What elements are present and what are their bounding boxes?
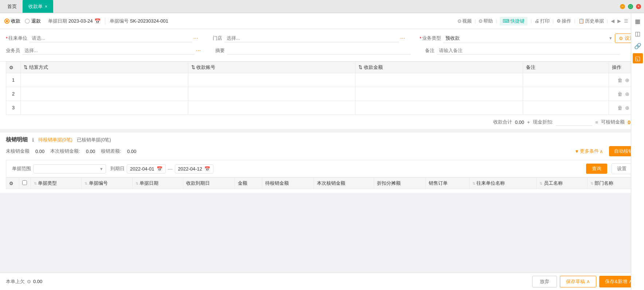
tab-active[interactable]: 收款单 ×: [23, 0, 53, 13]
date-to-input[interactable]: 2022-04-12 📅: [175, 164, 214, 173]
row-copy-3[interactable]: ⊕: [625, 105, 629, 111]
shortcut-link[interactable]: ⌨ 快捷键: [500, 17, 527, 26]
list-icon[interactable]: ☰: [624, 18, 628, 24]
row-copy-1[interactable]: ⊕: [625, 77, 629, 83]
more-conditions-label: 更多条件: [580, 148, 599, 154]
date-from-input[interactable]: 2022-04-01 📅: [127, 164, 166, 173]
more-conditions-btn[interactable]: ▼ 更多条件 ∧: [574, 148, 603, 154]
date-separator: —: [168, 166, 173, 172]
row-settlement-1[interactable]: [21, 73, 188, 87]
sidebar-link-icon[interactable]: 🔗: [633, 41, 643, 51]
store-input[interactable]: [224, 34, 399, 42]
store-dots-icon[interactable]: ···: [400, 35, 405, 42]
partner-dots-icon[interactable]: ···: [193, 35, 198, 42]
verif-info-icon[interactable]: ℹ: [32, 137, 34, 143]
row-account-2[interactable]: [188, 87, 356, 101]
radio-receive-label: 收款: [11, 18, 20, 24]
tab-close-icon[interactable]: ×: [45, 4, 47, 9]
this-verif-label: 本次核销金额:: [50, 148, 80, 154]
summary-field: 摘要: [215, 47, 410, 55]
range-arrow-icon: ▾: [100, 166, 103, 172]
sidebar-doc-icon[interactable]: ◫: [633, 28, 643, 39]
row-delete-1[interactable]: 🗑: [617, 77, 623, 83]
date-label: 单据日期: [48, 18, 67, 24]
col-remark-header: 备注: [523, 62, 609, 73]
range-select[interactable]: ▾: [33, 164, 106, 173]
lower-discount-label: 折扣分摊额: [377, 180, 401, 186]
lower-col-amount-header: 金额: [235, 178, 262, 189]
partner-input[interactable]: [30, 34, 192, 42]
query-btn[interactable]: 查询: [586, 164, 607, 174]
calendar-icon[interactable]: 📅: [94, 18, 101, 24]
row-copy-2[interactable]: ⊕: [625, 91, 629, 97]
col-setting-header[interactable]: ⚙: [6, 62, 21, 73]
row-settlement-2[interactable]: [21, 87, 188, 101]
sidebar-expand-icon[interactable]: ◱: [633, 53, 643, 63]
lower-col-setting-header[interactable]: ⚙: [6, 178, 19, 189]
print-link[interactable]: 🖨 打印: [535, 18, 550, 24]
salesperson-dots-icon[interactable]: ···: [196, 47, 201, 54]
calendar-to-icon: 📅: [204, 166, 210, 172]
verif-stats: 未核销金额 0.00 本次核销金额: 0.00 核销差额: 0.00 ▼ 更多条…: [6, 146, 638, 156]
nav-left-icon[interactable]: ◀: [611, 18, 614, 24]
tab-home[interactable]: 首页: [1, 0, 23, 13]
select-all-checkbox[interactable]: [22, 180, 27, 185]
due-date-field: 到期日 2022-04-01 📅 — 2022-04-12 📅: [110, 164, 213, 173]
verif-done-tab[interactable]: 已核销单据(0笔): [77, 137, 111, 143]
summary-input[interactable]: [227, 47, 410, 55]
number-value: SK-20230324-001: [130, 18, 169, 24]
store-label: 门店: [213, 35, 222, 42]
verif-header: 核销明细 ℹ 待核销单据(0笔) 已核销单据(0笔): [6, 136, 638, 143]
maximize-button[interactable]: □: [628, 4, 633, 9]
draft-arrow-icon: ∧: [586, 279, 590, 284]
discard-button[interactable]: 放弃: [532, 276, 557, 287]
unverif-label: 未核销金额: [6, 148, 30, 154]
row-delete-2[interactable]: 🗑: [617, 91, 623, 97]
row-amount-3[interactable]: [356, 101, 523, 115]
lower-type-label: 单据类型: [38, 180, 57, 186]
row-remark-3[interactable]: [523, 101, 609, 115]
radio-refund[interactable]: 退款: [25, 18, 41, 24]
lower-col-employee-header: ⇅ 员工名称: [537, 178, 587, 189]
video-link[interactable]: ⊙ 视频: [458, 18, 472, 24]
row-amount-2[interactable]: [356, 87, 523, 101]
row-settlement-3[interactable]: [21, 101, 188, 115]
date-field: 单据日期 2023-03-24 📅: [48, 18, 101, 24]
bottom-info-icon[interactable]: ⊙: [27, 279, 31, 284]
biz-type-select[interactable]: 预收款 ▾: [443, 34, 612, 43]
row-delete-3[interactable]: 🗑: [617, 105, 623, 111]
ops-link[interactable]: ⚙ 操作: [557, 18, 571, 24]
discount-input[interactable]: [556, 118, 592, 126]
verif-pending-tab[interactable]: 待核销单据(0笔): [38, 137, 72, 143]
remark-label: 备注: [425, 47, 435, 54]
help-link[interactable]: ⊙ 帮助: [479, 18, 493, 24]
filter-setting-btn[interactable]: 设置: [612, 163, 632, 174]
radio-receive[interactable]: 收款: [4, 18, 20, 24]
equals-sign: =: [595, 119, 598, 125]
sidebar-table-icon[interactable]: ▦: [633, 16, 643, 26]
row-remark-2[interactable]: [523, 87, 609, 101]
amount-label: 收款金额: [364, 64, 383, 70]
row-remark-1[interactable]: [523, 73, 609, 87]
history-link[interactable]: 📋 历史单据: [578, 18, 604, 24]
remark-input[interactable]: [437, 47, 620, 55]
partner-label: 往来单位: [8, 35, 27, 42]
draft-button[interactable]: 保存草稿 ∧: [560, 276, 596, 287]
settlement-label: 结算方式: [29, 64, 48, 70]
row-num-2: 2: [6, 87, 21, 101]
close-button[interactable]: ×: [636, 4, 641, 9]
salesperson-input[interactable]: [22, 47, 195, 55]
form-section: * 往来单位 ··· 门店 ··· * 业务类型 预收款 ▾ ⚙ 设置: [0, 29, 644, 62]
save-new-label: 保存&新增: [605, 278, 627, 285]
row-account-1[interactable]: [188, 73, 356, 87]
table-row: 3 🗑 ⊕: [6, 101, 638, 115]
table-row: 2 🗑 ⊕: [6, 87, 638, 101]
minimize-button[interactable]: −: [620, 4, 625, 9]
row-account-3[interactable]: [188, 101, 356, 115]
table-section: ⚙ ⇅ 结算方式 ⇅ 收款账号 ⇅ 收款金额 备注 操作: [0, 62, 644, 115]
row-amount-1[interactable]: [356, 73, 523, 87]
nav-right-icon[interactable]: ▶: [617, 18, 621, 24]
row-num-1: 1: [6, 73, 21, 87]
lower-col-sales-header: 销售订单: [426, 178, 470, 189]
right-sidebar: ▦ ◫ 🔗 ◱: [631, 13, 644, 290]
